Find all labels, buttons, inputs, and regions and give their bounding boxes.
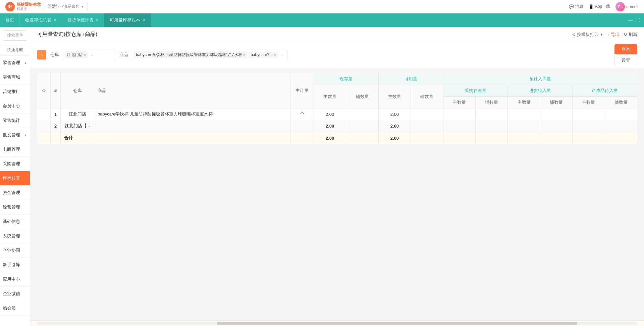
logo-icon: 好 bbox=[5, 2, 15, 11]
batch-mgmt-label: 批发管理 bbox=[3, 132, 20, 138]
data-table: ⚙ # 仓库 商品 主计量 现存量 可用量 预计入库量 主数量 辅数量 主数量 bbox=[37, 73, 637, 144]
app-download-btn[interactable]: 📱 App下载 bbox=[589, 4, 610, 9]
product-dots[interactable]: ··· bbox=[281, 52, 285, 57]
row-prod-main bbox=[573, 108, 605, 120]
sidebar-item-new-guide[interactable]: 新手引导 bbox=[0, 258, 30, 272]
filter-toggle-btn[interactable]: » bbox=[37, 50, 46, 59]
logo-text: 畅捷通好生意 bbox=[17, 2, 41, 7]
subtotal-prod-main bbox=[573, 120, 605, 132]
row-inbound-main bbox=[508, 108, 540, 120]
warehouse-tag-close[interactable]: × bbox=[84, 53, 86, 57]
download-icon: 📱 bbox=[589, 4, 594, 9]
export-icon: ↑ bbox=[607, 32, 610, 37]
row-purchase-sub bbox=[475, 108, 507, 120]
tab-home[interactable]: 首页 bbox=[0, 13, 20, 27]
horizontal-scrollbar[interactable] bbox=[37, 322, 637, 325]
subtotal-purchase-main bbox=[443, 120, 475, 132]
subtotal-inbound-sub bbox=[540, 120, 572, 132]
total-inbound-sub bbox=[540, 132, 572, 144]
chevron-down-icon-batch: ▲ bbox=[24, 133, 27, 137]
close-orders-icon[interactable]: ✕ bbox=[96, 18, 99, 22]
purchase-label: 采购管理 bbox=[3, 161, 20, 167]
tab-receipts[interactable]: 收发存汇总表 ✕ bbox=[20, 13, 62, 27]
sidebar-item-retail-stats[interactable]: 零售统计 bbox=[0, 113, 30, 128]
sidebar-item-retail-mgmt[interactable]: 零售管理 ▲ bbox=[0, 56, 30, 70]
total-unit bbox=[290, 132, 314, 144]
page-header: 可用量查询(按仓库+商品) 🖨 按模板打印 ▼ ↑ 导出 ↻ 刷新 bbox=[30, 27, 644, 41]
warehouse-input[interactable]: 江北门店 × ··· bbox=[62, 50, 115, 60]
sidebar-item-system[interactable]: 系统管理 bbox=[0, 229, 30, 243]
system-label: 系统管理 bbox=[3, 233, 20, 239]
search-menu-btn[interactable]: 搜索菜单 bbox=[3, 30, 27, 41]
close-receipts-icon[interactable]: ✕ bbox=[53, 18, 56, 22]
quick-nav-btn[interactable]: 快捷导航 bbox=[0, 44, 30, 56]
tab-available-label: 可用量库存账本 bbox=[110, 17, 140, 23]
total-purchase-main bbox=[443, 132, 475, 144]
sidebar-item-basic-info[interactable]: 基础信息 bbox=[0, 215, 30, 229]
expand-icon[interactable]: ⛶ bbox=[635, 17, 640, 23]
message-btn[interactable]: 💬 消息 bbox=[569, 4, 583, 9]
th-production-sub: 辅数量 bbox=[605, 97, 637, 108]
total-label: 合计 bbox=[61, 132, 94, 144]
close-available-icon[interactable]: ✕ bbox=[142, 18, 145, 22]
chevron-print-icon: ▼ bbox=[600, 33, 603, 36]
tab-available[interactable]: 可用量库存账本 ✕ bbox=[104, 13, 151, 27]
total-purchase-sub bbox=[475, 132, 507, 144]
user-area[interactable]: Ea demo2 bbox=[615, 2, 639, 11]
th-avail-main: 主数量 bbox=[378, 85, 411, 108]
sidebar-item-marketing[interactable]: 营销推广 bbox=[0, 85, 30, 99]
minimize-icon[interactable]: — bbox=[628, 17, 633, 23]
product-tag-2-close[interactable]: × bbox=[274, 53, 276, 57]
avatar: Ea bbox=[615, 2, 625, 11]
settings-btn[interactable]: 设置 bbox=[614, 56, 637, 65]
tab-orders[interactable]: 要货单统计表 ✕ bbox=[62, 13, 104, 27]
subtotal-stock-main: 2.00 bbox=[314, 120, 346, 132]
sidebar-item-app-center[interactable]: 应用中心 bbox=[0, 272, 30, 287]
warehouse-filter-group: 仓库 江北门店 × ··· bbox=[50, 50, 115, 60]
message-label: 消息 bbox=[575, 4, 583, 9]
retail-mall-label: 零售商城 bbox=[3, 74, 20, 80]
sidebar-item-purchase[interactable]: 采购管理 bbox=[0, 157, 30, 171]
query-btn[interactable]: 查询 bbox=[614, 44, 637, 54]
product-tag-2-value: babycare?... bbox=[251, 52, 273, 57]
row-stock-main: 2.00 bbox=[314, 108, 346, 120]
tab-receipts-label: 收发存汇总表 bbox=[25, 17, 51, 23]
sidebar-item-vip[interactable]: 畅会员 bbox=[0, 301, 30, 316]
industry-selector[interactable]: 母婴行业演示账套 ▼ bbox=[44, 2, 88, 11]
export-btn[interactable]: ↑ 导出 bbox=[607, 32, 620, 38]
product-input[interactable]: babycare学饮杯 儿童防摔防撞吸管杯重力球吸嘴杯宝宝水杯 × babyca… bbox=[131, 50, 287, 60]
th-inbound-pending-sub: 辅数量 bbox=[540, 97, 572, 108]
sidebar-item-wechat[interactable]: 企业微信 bbox=[0, 287, 30, 301]
total-prod-sub bbox=[605, 132, 637, 144]
sidebar-item-finance[interactable]: 资金管理 bbox=[0, 186, 30, 200]
product-tag-1-value: babycare学饮杯 儿童防摔防撞吸管杯重力球吸嘴杯宝宝水杯 bbox=[136, 52, 242, 58]
row-unit: 个 bbox=[290, 108, 314, 120]
export-label: 导出 bbox=[611, 32, 620, 38]
sidebar-item-retail-mall[interactable]: 零售商城 bbox=[0, 70, 30, 85]
logo-area: 好 畅捷通好生意 标准版 bbox=[5, 2, 41, 11]
page-header-actions: 🖨 按模板打印 ▼ ↑ 导出 ↻ 刷新 bbox=[571, 32, 637, 38]
subtotal-unit bbox=[290, 120, 314, 132]
th-stock-main: 主数量 bbox=[314, 85, 346, 108]
product-tag-2: babycare?... × bbox=[249, 52, 278, 58]
row-index: 1 bbox=[51, 108, 61, 120]
sidebar-item-operations[interactable]: 经营管理 bbox=[0, 200, 30, 215]
print-template-btn[interactable]: 🖨 按模板打印 ▼ bbox=[571, 32, 603, 38]
scrollbar-thumb bbox=[217, 322, 577, 325]
th-settings[interactable]: ⚙ bbox=[37, 73, 51, 108]
sidebar-item-ecommerce[interactable]: 电商管理 bbox=[0, 142, 30, 157]
th-product: 商品 bbox=[94, 73, 290, 108]
username: demo2 bbox=[626, 4, 639, 9]
row-purchase-main bbox=[443, 108, 475, 120]
product-tag-1-close[interactable]: × bbox=[243, 53, 245, 57]
sidebar-item-batch-mgmt[interactable]: 批发管理 ▲ bbox=[0, 128, 30, 142]
tab-close-all: — ⛶ bbox=[624, 13, 644, 27]
total-avail-sub bbox=[411, 132, 443, 144]
th-purchase-transit-sub: 辅数量 bbox=[475, 97, 507, 108]
sidebar-item-inventory[interactable]: 库存核算 bbox=[0, 171, 30, 186]
sidebar-item-member[interactable]: 会员中心 bbox=[0, 99, 30, 113]
logo-text-area: 畅捷通好生意 标准版 bbox=[17, 2, 41, 11]
sidebar-item-enterprise[interactable]: 企业协同 bbox=[0, 243, 30, 258]
refresh-btn[interactable]: ↻ 刷新 bbox=[624, 32, 637, 38]
warehouse-dots[interactable]: ··· bbox=[91, 52, 95, 57]
